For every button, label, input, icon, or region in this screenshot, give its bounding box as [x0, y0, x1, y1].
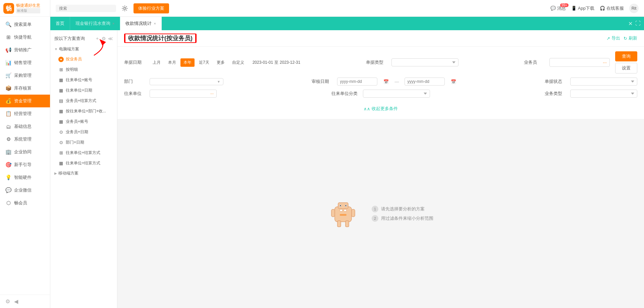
sidebar-item-marketing[interactable]: 📢 营销推广 — [0, 44, 50, 56]
sidebar-item-enterprise[interactable]: 🏢 企业协同 — [0, 146, 50, 158]
calendar-icon2[interactable]: 📅 — [451, 79, 456, 84]
sidebar-item-label: 搜索菜单 — [14, 21, 32, 28]
page-header: 收款情况统计(按业务员) ↗ 导出 ↻ 刷新 — [117, 30, 644, 47]
sidebar-item-purchase[interactable]: 🛒 采购管理 — [0, 69, 50, 82]
empty-steps: 1 请先选择要分析的方案 2 用过滤条件来缩小分析范围 — [372, 206, 433, 222]
tree-item-counterpart-date[interactable]: ▦ 往来单位+日期 — [50, 85, 117, 96]
sidebar-item-wechat[interactable]: 💬 企业微信 — [0, 184, 50, 197]
page-actions: ↗ 导出 ↻ 刷新 — [606, 35, 637, 41]
settings-scheme-icon[interactable]: ⚙ — [102, 36, 106, 41]
tree-item-counterpart-account[interactable]: ▦ 往来单位+账号 — [50, 75, 117, 85]
tree-item-by-unit-dept[interactable]: ▦ 按往来单位+部门+收... — [50, 106, 117, 116]
search-menu-input[interactable] — [56, 5, 116, 12]
tab-bank-flow[interactable]: 现金银行流水查询 × — [70, 17, 120, 30]
clock-icon2: ⊙ — [58, 140, 64, 145]
doc-status-select[interactable] — [570, 78, 637, 86]
svg-rect-12 — [352, 209, 355, 217]
date-filter-label: 单据日期 — [124, 59, 144, 65]
sidebar-item-finance[interactable]: 💰 资金管理 — [0, 95, 50, 107]
date-tab-more[interactable]: 更多 — [214, 58, 228, 67]
date-tab-this-month[interactable]: 本月 — [165, 58, 179, 67]
user-avatar[interactable]: Rit — [629, 4, 639, 13]
content-area: 按以下方案查询 ＋ ⚙ ≪ — [50, 30, 644, 308]
topbar-settings-icon[interactable] — [120, 4, 129, 13]
sidebar-item-guide[interactable]: 🎯 新手引导 — [0, 158, 50, 171]
sidebar-item-label: 快捷导航 — [14, 34, 32, 40]
review-date-from[interactable] — [337, 78, 377, 86]
date-tab-this-year[interactable]: 本年 — [180, 58, 195, 67]
business-type-select[interactable] — [570, 90, 637, 98]
add-scheme-icon[interactable]: ＋ — [95, 36, 100, 42]
sidebar-bottom: ⚙ ◀ — [0, 295, 50, 308]
svg-rect-9 — [344, 209, 346, 211]
counterpart-filter[interactable]: ··· — [150, 90, 217, 98]
folder-icon: 🗂 — [5, 123, 11, 130]
tree-item-dept-date[interactable]: ⊙ 部门+日期 — [50, 137, 117, 148]
tab-collection-stat[interactable]: 收款情况统计 × — [120, 17, 161, 30]
date-tab-7days[interactable]: 近7天 — [196, 58, 212, 67]
mobile-section-title[interactable]: ▶ 移动端方案 — [50, 168, 117, 178]
desktop-section-title[interactable]: ▼ 电脑端方案 — [50, 44, 117, 54]
window-expand-icon[interactable]: ⛶ — [635, 20, 641, 27]
counterpart-more-icon[interactable]: ··· — [210, 91, 214, 96]
phone-icon: 📱 — [571, 6, 577, 11]
setup-button[interactable]: 设置 — [615, 63, 637, 73]
collapse-up-icon: ∧∧ — [364, 106, 370, 111]
date-tabs: 上月 本月 本年 近7天 更多 自定义 — [150, 58, 247, 67]
app-download-button[interactable]: 📱 App下载 — [571, 5, 594, 11]
review-date-label: 审核日期 — [312, 79, 332, 85]
doc-type-select[interactable] — [391, 58, 459, 66]
table-area: 1 请先选择要分析的方案 2 用过滤条件来缩小分析范围 — [117, 119, 644, 308]
salesman-input[interactable] — [552, 60, 603, 65]
sidebar-item-label: 企业协同 — [14, 149, 32, 155]
refresh-button[interactable]: ↻ 刷新 — [624, 35, 637, 41]
tree-item-counterpart-settle1[interactable]: ⊞ 往来单位+结算方式 — [50, 148, 117, 158]
sidebar-item-quick-nav[interactable]: ⊞ 快捷导航 — [0, 31, 50, 44]
logo: 畅 畅捷通好生意 标准版 — [0, 0, 50, 17]
date-tab-custom[interactable]: 自定义 — [229, 58, 247, 67]
tree-item-by-detail[interactable]: ⊞ 按明细 — [50, 64, 117, 75]
tab-collection-stat-close[interactable]: × — [154, 21, 156, 25]
empty-content: 1 请先选择要分析的方案 2 用过滤条件来缩小分析范围 — [328, 197, 433, 231]
sidebar-item-member[interactable]: ⬡ 畅会员 — [0, 197, 50, 209]
collapse-panel-icon[interactable]: ≪ — [108, 36, 113, 41]
sidebar-item-label: 智能硬件 — [14, 174, 32, 181]
trial-button[interactable]: 体验行业方案 — [133, 3, 169, 13]
sidebar-item-label: 新手引导 — [14, 162, 32, 168]
section-expand-icon2: ▶ — [54, 171, 57, 175]
sidebar-item-operation[interactable]: 📋 经营管理 — [0, 107, 50, 120]
online-service-button[interactable]: 🎧 在线客服 — [600, 5, 624, 11]
tab-bank-flow-close[interactable]: × — [112, 21, 114, 25]
table-icon2: ▦ — [58, 88, 64, 93]
tree-item-counterpart-settle2[interactable]: ▦ 往来单位+结算方式 — [50, 158, 117, 168]
collapse-sidebar-icon[interactable]: ◀ — [14, 298, 18, 305]
table-icon5: ▦ — [58, 161, 64, 166]
date-tab-last-month[interactable]: 上月 — [150, 58, 164, 67]
bar-icon: ▤ — [58, 98, 64, 104]
salesman-more-icon[interactable]: ··· — [603, 60, 607, 65]
message-button[interactable]: 💬 消息 99+ — [550, 5, 566, 11]
sidebar-item-basic-info[interactable]: 🗂 基础信息 — [0, 120, 50, 133]
tab-home[interactable]: 首页 — [50, 17, 70, 30]
window-close-icon[interactable]: ✕ — [628, 20, 633, 27]
top-bar-right: 💬 消息 99+ 📱 App下载 🎧 在线客服 Rit — [550, 4, 639, 13]
sidebar-item-smart-hw[interactable]: 💡 智能硬件 — [0, 171, 50, 184]
query-button[interactable]: 查询 — [615, 51, 637, 61]
sidebar-item-system[interactable]: ⚙ 系统管理 — [0, 133, 50, 146]
review-date-to[interactable] — [405, 78, 445, 86]
step-num-2: 2 — [372, 215, 378, 222]
export-button[interactable]: ↗ 导出 — [606, 35, 620, 41]
tree-item-salesman-date[interactable]: ⊙ 业务员+日期 — [50, 127, 117, 137]
sidebar-item-warehouse[interactable]: 📦 库存核算 — [0, 82, 50, 95]
collapse-filter-button[interactable]: ∧∧ 收起更多条件 — [364, 106, 398, 112]
tree-item-salesman-settle[interactable]: ▤ 业务员+结算方式 — [50, 96, 117, 106]
counterpart-category-select[interactable] — [363, 90, 430, 98]
tree-item-by-salesman[interactable]: ● 按业务员 — [50, 54, 117, 64]
settings-bottom-icon[interactable]: ⚙ — [5, 298, 10, 305]
tab-bar: 首页 现金银行流水查询 × 收款情况统计 × ✕ ⛶ — [50, 17, 644, 30]
calendar-icon1[interactable]: 📅 — [383, 79, 389, 84]
tree-item-salesman-account[interactable]: ▦ 业务员+账号 — [50, 116, 117, 127]
sidebar-item-sales[interactable]: 📊 销售管理 — [0, 56, 50, 69]
dept-filter[interactable]: ▼ — [150, 78, 223, 85]
sidebar-item-search-menu[interactable]: 🔍 搜索菜单 — [0, 18, 50, 31]
